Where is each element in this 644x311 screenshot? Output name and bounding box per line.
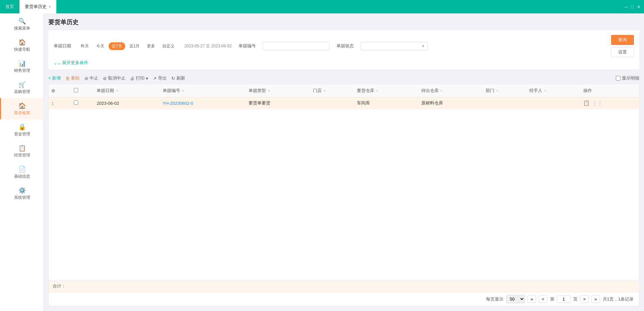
sidebar-item-operation-mgmt[interactable]: 📋经营管理 (0, 140, 43, 162)
suspend-icon: ⊘ (85, 76, 88, 81)
sidebar-item-sys-mgmt[interactable]: ⚙️系统管理 (0, 183, 43, 204)
tab-requisition-history[interactable]: 要货单历史× (19, 0, 56, 13)
col-header-department[interactable]: 部门 ⇅ (483, 84, 527, 97)
search-menu-icon: 🔍 (18, 18, 26, 24)
doc-no-link[interactable]: YH-20230602-0 (163, 101, 194, 106)
col-header-settings: ⚙ (49, 84, 71, 97)
table-row: 12023-06-02YH-20230602-0要货单要货车间库原材料仓库📋⋮⋮ (49, 97, 639, 109)
page-size-select[interactable]: 102050100 (506, 295, 525, 303)
refresh-icon: ↻ (171, 76, 175, 81)
doc-no-input[interactable] (263, 42, 330, 50)
table-footer: 合计： (49, 280, 639, 292)
pending-warehouse-cell: 原材料仓库 (419, 97, 483, 109)
sort-icon-doc_no: ⇅ (181, 89, 184, 93)
operation-mgmt-icon: 📋 (18, 145, 26, 151)
delete-icon: 🗑 (65, 76, 70, 81)
window-controls: ─ □ ✕ (625, 4, 641, 9)
date-btn-近1月[interactable]: 近1月 (126, 42, 143, 50)
page-size-label: 每页显示 (486, 296, 503, 302)
sidebar-item-sales-mgmt[interactable]: 📊销售管理 (0, 56, 43, 77)
header-row: ⚙单据日期 ⇅单据编号 ⇅单据类型 ⇅门店 ⇅要货仓库 ⇅待出仓库 ⇅部门 ⇅经… (49, 84, 639, 97)
inventory-icon: 🏠 (18, 103, 26, 109)
setting-button[interactable]: 设置 (611, 47, 634, 57)
filter-actions: 查询 设置 (611, 35, 634, 57)
sidebar-label-purchase-mgmt: 采购管理 (14, 89, 30, 95)
main-layout: 🔍搜索菜单🏠快捷导航📊销售管理🛒采购管理🏠库存核算🔒资金管理📋经营管理📄基础信息… (0, 13, 644, 311)
sidebar-label-quick-nav: 快捷导航 (14, 47, 30, 52)
query-button[interactable]: 查询 (611, 35, 634, 45)
sidebar-item-inventory[interactable]: 🏠库存核算 (0, 98, 43, 119)
sort-icon-department: ⇅ (495, 89, 499, 93)
doc-date-cell: 2023-06-02 (94, 97, 160, 109)
col-header-doc_type[interactable]: 单据类型 ⇅ (246, 84, 311, 97)
sidebar-item-quick-nav[interactable]: 🏠快捷导航 (0, 35, 43, 56)
filter-row-1: 单据日期 昨天今天近7天近1月更多自定义 2023-05-27 至 2023-0… (54, 35, 634, 57)
expand-more-btn[interactable]: ⌄⌄ 展开更多条件 (54, 60, 88, 66)
sidebar: 🔍搜索菜单🏠快捷导航📊销售管理🛒采购管理🏠库存核算🔒资金管理📋经营管理📄基础信息… (0, 13, 44, 311)
col-header-doc_date[interactable]: 单据日期 ⇅ (94, 84, 160, 97)
tab-close-requisition-history[interactable]: × (49, 4, 51, 9)
col-header-doc_no[interactable]: 单据编号 ⇅ (160, 84, 246, 97)
page-title: 要货单历史 (48, 18, 639, 26)
doc-type: 要货单要货 (249, 100, 270, 105)
export-icon: ↗ (153, 76, 157, 81)
row-checkbox[interactable] (74, 100, 78, 105)
sidebar-item-basic-info[interactable]: 📄基础信息 (0, 162, 43, 183)
expand-row: ⌄⌄ 展开更多条件 (54, 60, 634, 66)
filter-panel: 单据日期 昨天今天近7天近1月更多自定义 2023-05-27 至 2023-0… (48, 30, 639, 69)
col-header-req_warehouse[interactable]: 要货仓库 ⇅ (354, 84, 419, 97)
table-scroll[interactable]: ⚙单据日期 ⇅单据编号 ⇅单据类型 ⇅门店 ⇅要货仓库 ⇅待出仓库 ⇅部门 ⇅经… (49, 84, 639, 280)
page-label-suffix: 页 (573, 296, 578, 302)
sidebar-item-search-menu[interactable]: 🔍搜索菜单 (0, 13, 43, 35)
sort-icon-doc_type: ⇅ (267, 89, 270, 93)
sidebar-label-sys-mgmt: 系统管理 (14, 195, 30, 201)
col-header-operation: 操作 (581, 84, 639, 97)
pending-warehouse: 原材料仓库 (421, 100, 443, 105)
first-page-button[interactable]: « (528, 295, 536, 303)
expand-more-icon: ⌄⌄ (54, 60, 61, 65)
date-btn-昨天[interactable]: 昨天 (78, 42, 92, 50)
refresh-button[interactable]: ↻ 刷新 (171, 75, 185, 81)
delete-button[interactable]: 🗑 删除 (65, 75, 80, 81)
row-num: 1 (51, 101, 54, 106)
new-button[interactable]: + 新增 (48, 75, 61, 81)
close-icon[interactable]: ✕ (637, 4, 641, 9)
tab-home[interactable]: 首页 (0, 0, 19, 13)
req-warehouse: 车间库 (357, 100, 370, 105)
doc-no-cell: YH-20230602-0 (160, 97, 246, 109)
doc-date: 2023-06-02 (97, 101, 119, 106)
next-page-button[interactable]: > (580, 295, 589, 303)
table-body: 12023-06-02YH-20230602-0要货单要货车间库原材料仓库📋⋮⋮ (49, 97, 639, 109)
date-btn-更多[interactable]: 更多 (144, 42, 158, 50)
date-btn-今天[interactable]: 今天 (93, 42, 107, 50)
sort-icon-doc_date: ⇅ (115, 89, 118, 93)
more-icon[interactable]: ⋮⋮ (592, 100, 602, 106)
cancel-suspend-button[interactable]: ⊘ 取消中止 (103, 75, 125, 81)
view-icon[interactable]: 📋 (583, 100, 590, 106)
maximize-icon[interactable]: □ (631, 4, 634, 9)
print-button[interactable]: 🖨 打印 ▾ (130, 75, 148, 81)
sidebar-item-purchase-mgmt[interactable]: 🛒采购管理 (0, 77, 43, 98)
last-page-button[interactable]: » (591, 295, 600, 303)
settings-icon[interactable]: ⚙ (51, 88, 55, 93)
col-header-checkbox (71, 84, 94, 97)
sidebar-item-finance-mgmt[interactable]: 🔒资金管理 (0, 119, 43, 140)
sidebar-label-search-menu: 搜索菜单 (14, 26, 30, 31)
status-label: 单据状态 (336, 43, 354, 49)
show-detail-label[interactable]: 显示明细 (616, 75, 639, 81)
suspend-button[interactable]: ⊘ 中止 (85, 75, 98, 81)
show-detail-checkbox[interactable] (616, 76, 621, 81)
page-number-input[interactable] (557, 295, 571, 303)
col-header-pending_warehouse[interactable]: 待出仓库 ⇅ (419, 84, 483, 97)
minimize-icon[interactable]: ─ (625, 4, 628, 9)
date-btn-近7天[interactable]: 近7天 (109, 42, 125, 50)
page-label-prefix: 第 (550, 296, 554, 302)
select-all-checkbox[interactable] (74, 88, 78, 92)
status-select[interactable] (361, 42, 428, 50)
print-icon: 🖨 (130, 76, 135, 81)
export-button[interactable]: ↗ 导出 (153, 75, 167, 81)
prev-page-button[interactable]: < (539, 295, 547, 303)
col-header-store[interactable]: 门店 ⇅ (310, 84, 354, 97)
date-btn-自定义[interactable]: 自定义 (159, 42, 177, 50)
col-header-handler[interactable]: 经手人 ⇅ (527, 84, 581, 97)
